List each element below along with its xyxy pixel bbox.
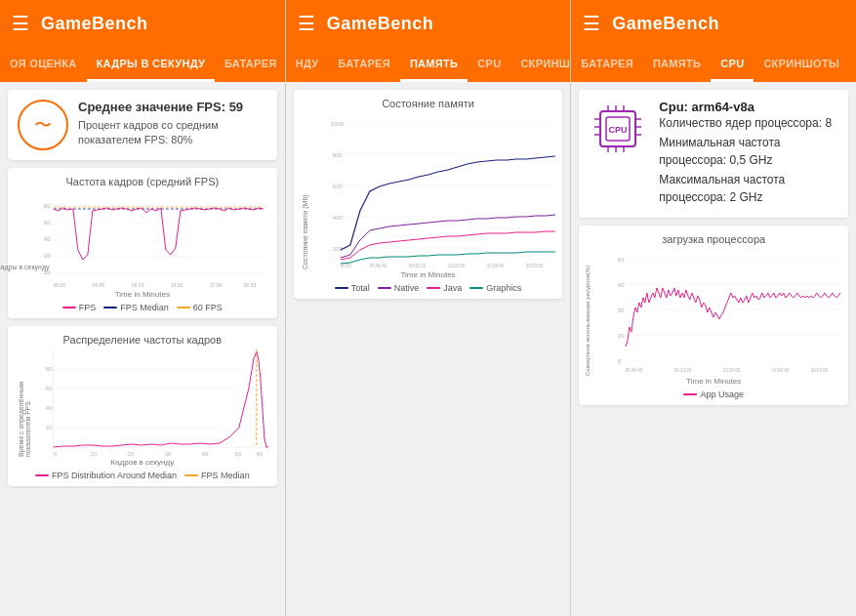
svg-text:60: 60 <box>44 203 51 209</box>
svg-text:0: 0 <box>618 358 622 364</box>
fps-dist-svg: 80 60 40 20 0 10 20 30 40 5 <box>41 349 271 457</box>
svg-text:13:20:00: 13:20:00 <box>448 264 466 268</box>
memory-header: ☰ GameBench <box>286 0 571 47</box>
svg-text:40: 40 <box>44 236 51 242</box>
svg-text:50: 50 <box>235 451 241 457</box>
cpu-max-freq-value: 2 GHz <box>729 190 762 204</box>
svg-text:00:00: 00:00 <box>341 264 352 268</box>
memory-tabs-bar: НДУ БАТАРЕЯ ПАМЯТЬ CPU СКРИНШ... <box>286 47 571 82</box>
memory-chart-svg: 1000 800 600 400 200 00 <box>329 113 557 269</box>
tab-ndu[interactable]: НДУ <box>286 47 329 82</box>
cpu-chart-legend: App Usage <box>585 390 842 399</box>
svg-text:09:33:20: 09:33:20 <box>674 368 692 373</box>
dist-x-title: Кадров в секунду <box>14 458 271 467</box>
fps-chart-svg: 60 50 40 20 10 00:00 05:46 <box>41 191 271 289</box>
svg-text:800: 800 <box>333 152 344 158</box>
fps-chart-legend: FPS FPS Median 60 FPS <box>14 303 271 312</box>
legend-dist-median: FPS Median <box>184 471 250 480</box>
svg-text:80: 80 <box>46 366 53 372</box>
legend-dist-label: FPS Distribution Around Median <box>52 471 177 480</box>
cpu-panel: ☰ GameBench БАТАРЕЯ ПАМЯТЬ CPU СКРИНШОТЫ <box>571 0 856 616</box>
cpu-min-freq: Минимальная частота процессора: 0,5 GHz <box>659 134 838 169</box>
svg-text:13:20:00: 13:20:00 <box>723 368 741 373</box>
tab-screenshots-cpu[interactable]: СКРИНШОТЫ <box>754 47 849 82</box>
cpu-y-label: Совокупное использование ресурсов(%) <box>585 249 591 376</box>
svg-text:10: 10 <box>91 451 97 457</box>
legend-fps: FPS <box>62 303 97 312</box>
tab-cpu-mem[interactable]: CPU <box>468 47 510 82</box>
cpu-info-card: CPU <box>579 90 848 218</box>
hamburger-icon[interactable]: ☰ <box>12 12 29 35</box>
cpu-details: Cpu: arm64-v8a Количество ядер процессор… <box>659 100 838 208</box>
legend-fps-median: FPS Median <box>103 303 169 312</box>
fps-desc: Процент кадров со средним показателем FP… <box>78 118 267 148</box>
tab-cpu[interactable]: CPU <box>711 47 754 82</box>
legend-java-label: Java <box>443 283 462 293</box>
tab-overall[interactable]: ОЯ ОЦЕНКА <box>0 47 87 82</box>
fps-tabs-bar: ОЯ ОЦЕНКА КАДРЫ В СЕКУНДУ БАТАРЕЯ <box>0 47 285 82</box>
svg-text:17:06:40: 17:06:40 <box>487 264 505 268</box>
dist-chart-legend: FPS Distribution Around Median FPS Media… <box>14 471 271 480</box>
svg-text:40: 40 <box>46 405 53 411</box>
fps-header: ☰ GameBench <box>0 0 285 47</box>
svg-text:17:06: 17:06 <box>210 282 223 288</box>
memory-chart-card: Состояние памяти Состояние памяти (Mb) 1… <box>294 90 563 299</box>
tab-battery-fps[interactable]: БАТАРЕЯ <box>215 47 285 82</box>
tab-battery-cpu[interactable]: БАТАРЕЯ <box>571 47 643 82</box>
svg-text:60: 60 <box>618 257 625 263</box>
tab-memory[interactable]: ПАМЯТЬ <box>400 47 468 82</box>
svg-text:400: 400 <box>333 215 344 221</box>
svg-text:13:20: 13:20 <box>171 282 183 288</box>
cpu-cores-label: Количество ядер процессора: <box>659 116 822 130</box>
svg-text:600: 600 <box>333 184 344 189</box>
tab-screenshots-mem[interactable]: СКРИНШ... <box>510 47 570 82</box>
legend-total: Total <box>335 283 370 293</box>
legend-native-label: Native <box>394 283 420 293</box>
svg-text:20: 20 <box>44 253 51 259</box>
cpu-chip-icon: CPU <box>589 100 647 158</box>
fps-summary-card: 〜 Среднее значение FPS: 59 Процент кадро… <box>8 90 277 160</box>
cpu-min-freq-value: 0,5 GHz <box>729 153 772 167</box>
cpu-cores-value: 8 <box>825 116 832 130</box>
svg-text:1000: 1000 <box>331 121 345 127</box>
cpu-header: ☰ GameBench <box>571 0 856 47</box>
tab-memory-cpu[interactable]: ПАМЯТЬ <box>643 47 711 82</box>
fps-chart-title: Частота кадров (средний FPS) <box>14 176 271 187</box>
fps-dist-card: Распределение частоты кадров Время с опр… <box>8 326 277 486</box>
svg-text:20:53:00: 20:53:00 <box>526 264 544 268</box>
svg-text:00:00: 00:00 <box>54 282 66 288</box>
svg-text:60: 60 <box>257 451 263 457</box>
legend-app-usage: App Usage <box>683 390 744 399</box>
legend-dist-median-label: FPS Median <box>201 471 250 480</box>
fps-dist-title: Распределение частоты кадров <box>14 334 271 346</box>
cpu-hamburger-icon[interactable]: ☰ <box>583 12 600 35</box>
memory-hamburger-icon[interactable]: ☰ <box>298 12 315 35</box>
legend-60fps-label: 60 FPS <box>193 303 223 312</box>
fps-content: 〜 Среднее значение FPS: 59 Процент кадро… <box>0 82 285 616</box>
memory-content: Состояние памяти Состояние памяти (Mb) 1… <box>286 82 571 616</box>
cpu-tabs-bar: БАТАРЕЯ ПАМЯТЬ CPU СКРИНШОТЫ <box>571 47 856 82</box>
cpu-model: Cpu: arm64-v8a <box>659 100 838 114</box>
svg-text:20: 20 <box>128 451 134 457</box>
legend-java: Java <box>427 283 462 293</box>
cpu-cores: Количество ядер процессора: 8 <box>659 114 838 132</box>
memory-y-label: Состояние памяти (Mb) <box>302 113 308 269</box>
cpu-max-freq-label: Максимальная частота процессора: <box>659 173 785 204</box>
fps-app-title: GameBench <box>41 14 148 34</box>
legend-native: Native <box>378 283 420 293</box>
legend-60fps: 60 FPS <box>177 303 223 312</box>
fps-panel: ☰ GameBench ОЯ ОЦЕНКА КАДРЫ В СЕКУНДУ БА… <box>0 0 286 616</box>
tab-fps[interactable]: КАДРЫ В СЕКУНДУ <box>87 47 215 82</box>
memory-panel: ☰ GameBench НДУ БАТАРЕЯ ПАМЯТЬ CPU СКРИН… <box>286 0 572 616</box>
memory-chart-legend: Total Native Java Graphics <box>300 283 557 293</box>
cpu-max-freq: Максимальная частота процессора: 2 GHz <box>659 171 838 206</box>
tab-battery-mem[interactable]: БАТАРЕЯ <box>328 47 400 82</box>
svg-text:09:33:20: 09:33:20 <box>409 264 427 268</box>
svg-text:40: 40 <box>202 451 208 457</box>
svg-text:40: 40 <box>618 282 625 288</box>
svg-text:05:46:40: 05:46:40 <box>370 264 387 268</box>
dist-y-label: Время с определённым показателем FPS <box>18 349 31 457</box>
cpu-usage-card: загрузка процессора Совокупное использов… <box>579 226 848 405</box>
svg-text:20:53:00: 20:53:00 <box>811 368 829 373</box>
legend-app-usage-label: App Usage <box>700 390 744 399</box>
